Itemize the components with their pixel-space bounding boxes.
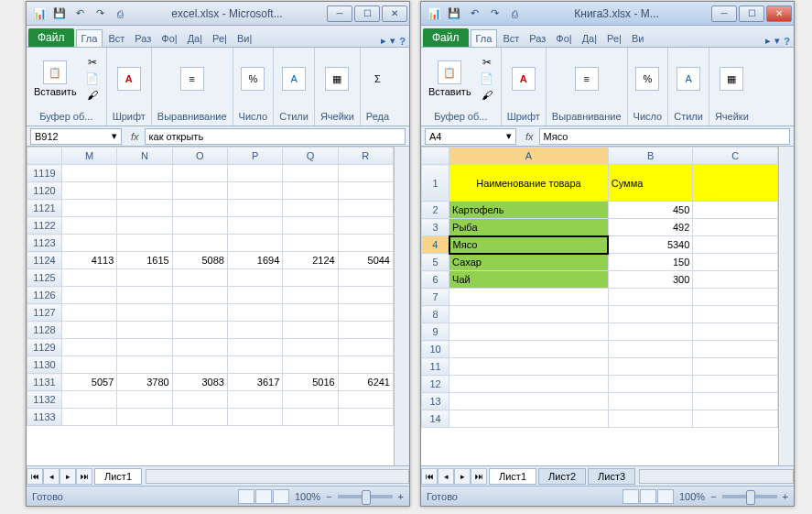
cell[interactable]: 4113 — [62, 252, 117, 269]
copy-icon[interactable]: 📄 — [84, 71, 101, 86]
styles-button[interactable]: A — [675, 65, 702, 93]
tab-insert[interactable]: Вст — [498, 30, 524, 47]
sheet-tab[interactable]: Лист1 — [94, 468, 142, 485]
row-header[interactable]: 1131 — [27, 374, 62, 391]
cell[interactable] — [693, 254, 778, 271]
cell[interactable]: 3083 — [172, 374, 227, 391]
row-header[interactable]: 1123 — [27, 235, 62, 252]
undo-icon[interactable]: ↶ — [465, 5, 483, 23]
cell[interactable]: 5044 — [338, 252, 393, 269]
row-header[interactable]: 1122 — [27, 217, 62, 235]
row-header[interactable]: 1133 — [27, 409, 62, 426]
cell[interactable] — [693, 165, 778, 202]
row-header[interactable]: 14 — [422, 410, 449, 428]
row-header[interactable]: 2 — [422, 202, 449, 219]
zoom-in-icon[interactable]: + — [783, 491, 788, 502]
horizontal-scrollbar[interactable] — [639, 469, 794, 484]
zoom-slider[interactable] — [722, 495, 777, 498]
cell[interactable]: 2124 — [283, 252, 338, 269]
titlebar[interactable]: 📊 💾 ↶ ↷ ⎙ Книга3.xlsx - M... ─ ☐ ✕ — [421, 2, 794, 26]
item-sum[interactable]: 150 — [608, 254, 693, 271]
grid[interactable]: M N O P Q R 1119 1120 1121 1122 1123 112… — [27, 147, 394, 465]
minimize-button[interactable]: ─ — [327, 5, 352, 22]
format-painter-icon[interactable]: 🖌 — [84, 88, 101, 103]
view-normal[interactable] — [623, 489, 639, 504]
item-sum[interactable]: 5340 — [608, 236, 693, 254]
number-button[interactable]: % — [633, 65, 661, 93]
tab-insert[interactable]: Вст — [103, 30, 129, 47]
sheet-nav-last[interactable]: ⏭ — [76, 468, 92, 485]
view-pagebreak[interactable] — [273, 489, 289, 504]
formula-input[interactable]: Мясо — [539, 128, 790, 145]
cut-icon[interactable]: ✂ — [84, 55, 101, 70]
align-button[interactable]: ≡ — [179, 65, 206, 93]
tab-scroll-icon[interactable]: ▸ — [765, 35, 771, 47]
undo-icon[interactable]: ↶ — [70, 5, 89, 23]
cell[interactable]: 5016 — [283, 374, 338, 391]
minimize-ribbon-icon[interactable]: ▾ — [390, 35, 395, 47]
row-header[interactable]: 1127 — [27, 304, 62, 322]
file-tab[interactable]: Файл — [28, 28, 74, 47]
zoom-out-icon[interactable]: − — [710, 491, 716, 502]
minimize-button[interactable]: ─ — [711, 5, 737, 22]
row-header[interactable]: 1125 — [27, 269, 62, 287]
row-header[interactable]: 5 — [422, 254, 449, 271]
cell[interactable]: 3780 — [117, 374, 172, 391]
minimize-ribbon-icon[interactable]: ▾ — [774, 35, 780, 47]
sheet-nav-prev[interactable]: ◂ — [43, 468, 60, 485]
font-button[interactable]: A — [115, 65, 143, 93]
tab-scroll-icon[interactable]: ▸ — [381, 35, 386, 47]
zoom-in-icon[interactable]: + — [398, 491, 404, 502]
sheet-nav-prev[interactable]: ◂ — [438, 468, 454, 485]
help-icon[interactable]: ? — [784, 36, 790, 47]
maximize-button[interactable]: ☐ — [739, 5, 764, 22]
tab-view[interactable]: Ви — [627, 30, 648, 47]
align-button[interactable]: ≡ — [573, 65, 601, 93]
cell[interactable]: 5088 — [172, 252, 227, 269]
item-name[interactable]: Рыба — [449, 219, 609, 236]
row-header[interactable]: 13 — [422, 393, 449, 410]
zoom-level[interactable]: 100% — [679, 491, 705, 502]
select-all-corner[interactable] — [422, 148, 449, 165]
print-icon[interactable]: ⎙ — [111, 5, 129, 23]
font-button[interactable]: A — [510, 65, 537, 93]
row-header[interactable]: 9 — [422, 323, 449, 341]
col-header[interactable]: B — [608, 148, 693, 165]
col-header[interactable]: P — [227, 148, 282, 165]
row-header[interactable]: 1124 — [27, 252, 62, 269]
autosum-icon[interactable]: Σ — [374, 73, 381, 84]
titlebar[interactable]: 📊 💾 ↶ ↷ ⎙ excel.xlsx - Microsoft... ─ ☐ … — [27, 2, 409, 26]
sheet-nav-next[interactable]: ▸ — [60, 468, 76, 485]
row-header[interactable]: 10 — [422, 341, 449, 358]
print-icon[interactable]: ⎙ — [505, 5, 524, 23]
cell[interactable] — [693, 271, 778, 289]
cell[interactable]: 1694 — [227, 252, 282, 269]
sheet-nav-last[interactable]: ⏭ — [471, 468, 487, 485]
item-sum[interactable]: 450 — [608, 202, 693, 219]
cell[interactable] — [693, 219, 778, 236]
zoom-slider[interactable] — [338, 495, 393, 498]
vertical-scrollbar[interactable] — [394, 147, 409, 465]
cells-button[interactable]: ▦ — [323, 65, 351, 93]
cell[interactable] — [693, 202, 778, 219]
redo-icon[interactable]: ↷ — [91, 5, 109, 23]
close-button[interactable]: ✕ — [766, 5, 792, 22]
col-header[interactable]: O — [172, 148, 227, 165]
name-box[interactable]: B912 ▾ — [30, 128, 122, 145]
row-header[interactable]: 1132 — [27, 391, 62, 409]
view-normal[interactable] — [238, 489, 254, 504]
header-cell[interactable]: Сумма — [608, 165, 693, 202]
cells-button[interactable]: ▦ — [718, 65, 745, 93]
tab-data[interactable]: Да| — [183, 30, 207, 47]
cut-icon[interactable]: ✂ — [479, 55, 495, 70]
row-header[interactable]: 11 — [422, 358, 449, 376]
grid[interactable]: A B C 1 Наименование товара Сумма 2 Карт… — [421, 147, 778, 465]
sheet-tab[interactable]: Лист3 — [588, 468, 635, 485]
row-header[interactable]: 1120 — [27, 182, 62, 200]
tab-home[interactable]: Гла — [76, 29, 103, 47]
paste-button[interactable]: 📋 Вставить — [32, 59, 79, 99]
cell[interactable]: 5057 — [62, 374, 117, 391]
tab-home[interactable]: Гла — [471, 29, 498, 47]
save-icon[interactable]: 💾 — [445, 5, 463, 23]
item-name-selected[interactable]: Мясо — [449, 236, 609, 254]
